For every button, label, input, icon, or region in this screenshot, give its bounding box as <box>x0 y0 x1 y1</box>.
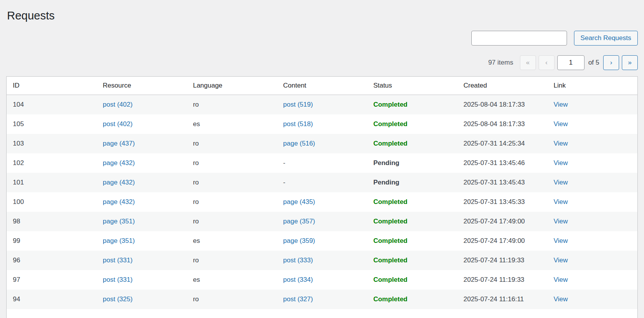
link-cell: View <box>548 95 638 115</box>
created-timestamp: 2025-07-31 13:45:33 <box>464 198 525 206</box>
created-cell: 2025-07-24 17:49:00 <box>457 231 548 251</box>
search-input[interactable] <box>471 31 567 46</box>
request-id: 99 <box>13 237 20 244</box>
view-link[interactable]: View <box>554 198 568 206</box>
resource-link[interactable]: post (402) <box>103 101 133 108</box>
view-link[interactable]: View <box>554 276 568 283</box>
page-wrap: Requests Search Requests 97 items « ‹ of… <box>0 0 644 318</box>
content-cell: post (518) <box>277 114 367 134</box>
status-cell: Completed <box>367 192 457 212</box>
current-page-input[interactable] <box>557 55 584 70</box>
language-cell: ro <box>187 134 277 153</box>
resource-link[interactable]: post (325) <box>103 295 133 303</box>
language-code: ro <box>193 101 199 108</box>
content-link[interactable]: page (357) <box>283 218 315 225</box>
created-cell: 2025-07-31 13:45:46 <box>457 153 548 173</box>
content-link[interactable]: page (435) <box>283 198 315 206</box>
resource-link[interactable]: page (432) <box>103 179 135 186</box>
table-row: 102 page (432) ro - Pending 2025-07-31 1… <box>7 153 638 173</box>
last-page-button[interactable]: » <box>622 55 638 70</box>
resource-cell: page (432) <box>96 153 187 173</box>
created-cell: 2025-07-24 17:49:00 <box>457 212 548 231</box>
resource-link[interactable]: page (437) <box>103 140 135 147</box>
column-header-id: ID <box>7 77 97 95</box>
language-code: ro <box>193 218 199 225</box>
content-link[interactable]: post (327) <box>283 295 313 303</box>
content-link[interactable]: post (519) <box>283 101 313 108</box>
language-code: es <box>193 120 200 128</box>
view-link[interactable]: View <box>554 179 568 186</box>
page-title: Requests <box>6 0 638 23</box>
resource-link[interactable]: post (331) <box>103 257 133 264</box>
view-link[interactable]: View <box>554 257 568 264</box>
id-cell: 94 <box>7 290 97 309</box>
table-row: 94 post (325) ro post (327) Completed 20… <box>7 290 638 309</box>
language-cell: ro <box>187 173 277 192</box>
content-link[interactable]: post (334) <box>283 276 313 283</box>
request-id: 97 <box>13 276 20 283</box>
content-link[interactable]: post (333) <box>283 257 313 264</box>
table-row-partial <box>7 309 638 318</box>
resource-link[interactable]: page (432) <box>103 198 135 206</box>
id-cell: 100 <box>7 192 97 212</box>
view-link[interactable]: View <box>554 237 568 244</box>
request-id: 103 <box>13 140 24 147</box>
table-row: 97 post (331) es post (334) Completed 20… <box>7 270 638 290</box>
view-link[interactable]: View <box>554 140 568 147</box>
table-row: 96 post (331) ro post (333) Completed 20… <box>7 251 638 270</box>
resource-link[interactable]: post (402) <box>103 120 133 128</box>
view-link[interactable]: View <box>554 120 568 128</box>
created-cell: 2025-07-24 11:19:33 <box>457 270 548 290</box>
id-cell: 98 <box>7 212 97 231</box>
next-page-button[interactable]: › <box>603 55 619 70</box>
id-cell: 104 <box>7 95 97 115</box>
id-cell: 102 <box>7 153 97 173</box>
content-link[interactable]: page (516) <box>283 140 315 147</box>
resource-link[interactable]: page (351) <box>103 218 135 225</box>
view-link[interactable]: View <box>554 218 568 225</box>
id-cell: 96 <box>7 251 97 270</box>
view-link[interactable]: View <box>554 295 568 303</box>
content-link[interactable]: post (518) <box>283 120 313 128</box>
language-code: ro <box>193 257 199 264</box>
link-cell: View <box>548 290 638 309</box>
content-cell: post (519) <box>277 95 367 115</box>
request-id: 104 <box>13 101 24 108</box>
language-cell: ro <box>187 95 277 115</box>
request-id: 105 <box>13 120 24 128</box>
language-cell: es <box>187 114 277 134</box>
language-cell: es <box>187 270 277 290</box>
content-cell: post (333) <box>277 251 367 270</box>
prev-page-button: ‹ <box>539 55 555 70</box>
content-link[interactable]: page (359) <box>283 237 315 244</box>
language-code: ro <box>193 179 199 186</box>
language-cell: es <box>187 231 277 251</box>
table-header-row: IDResourceLanguageContentStatusCreatedLi… <box>7 77 638 95</box>
language-code: ro <box>193 140 199 147</box>
language-cell: ro <box>187 192 277 212</box>
resource-cell: post (325) <box>96 290 187 309</box>
status-badge: Completed <box>373 295 408 303</box>
resource-link[interactable]: page (432) <box>103 159 135 167</box>
search-requests-button[interactable]: Search Requests <box>574 31 638 46</box>
first-page-button: « <box>520 55 536 70</box>
request-id: 101 <box>13 179 24 186</box>
status-badge: Completed <box>373 218 408 225</box>
created-cell: 2025-08-04 18:17:33 <box>457 114 548 134</box>
table-row: 103 page (437) ro page (516) Completed 2… <box>7 134 638 153</box>
created-timestamp: 2025-07-31 14:25:34 <box>464 140 525 147</box>
view-link[interactable]: View <box>554 101 568 108</box>
request-id: 102 <box>13 159 24 167</box>
resource-link[interactable]: post (331) <box>103 276 133 283</box>
link-cell: View <box>548 231 638 251</box>
table-row: 99 page (351) es page (359) Completed 20… <box>7 231 638 251</box>
status-badge: Completed <box>373 101 408 108</box>
view-link[interactable]: View <box>554 159 568 167</box>
content-cell: page (516) <box>277 134 367 153</box>
language-code: ro <box>193 295 199 303</box>
column-header-status: Status <box>367 77 457 95</box>
resource-cell: page (432) <box>96 173 187 192</box>
status-badge: Completed <box>373 276 408 283</box>
resource-link[interactable]: page (351) <box>103 237 135 244</box>
language-cell: ro <box>187 251 277 270</box>
